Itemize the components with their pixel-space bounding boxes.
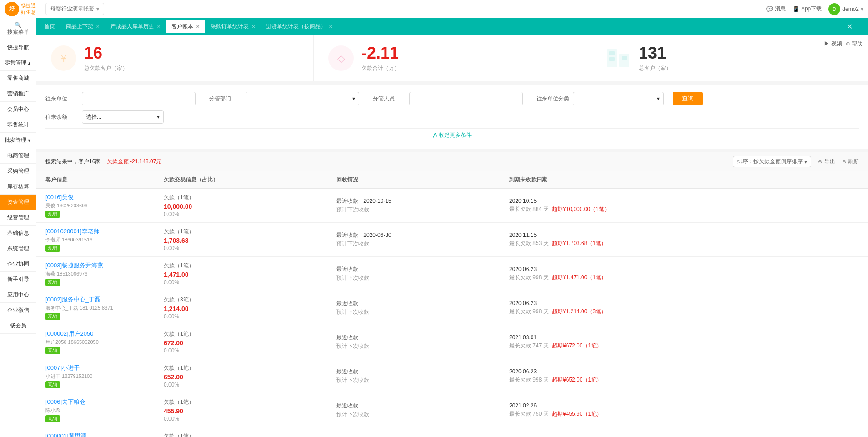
message-btn[interactable]: 💬 消息: [766, 5, 786, 13]
system-label: 系统管理: [7, 245, 29, 251]
col-header-debt: 欠款交易信息（占比）: [164, 176, 336, 184]
stat-card-debt-amount-content: -2.11 欠款合计（万）: [361, 44, 400, 72]
close-icon[interactable]: ✕: [96, 24, 100, 29]
query-button[interactable]: 查询: [673, 92, 703, 105]
customer-name-7[interactable]: [000001]黄思源: [45, 432, 164, 437]
customer-sub-6: 陈小希: [45, 407, 164, 414]
sidebar-item-retail-mall[interactable]: 零售商城: [0, 71, 36, 86]
customer-sub-1: 李老师 18600391516: [45, 236, 164, 243]
return-recent-5: 最近收款: [336, 368, 509, 376]
return-recent-1: 最近收款 2020-06-30: [336, 231, 509, 239]
sidebar-item-nav[interactable]: 快捷导航: [0, 40, 36, 55]
help-btn[interactable]: ⊙ 帮助: [846, 40, 863, 48]
app-download-btn[interactable]: 📱 App下载: [793, 5, 822, 13]
person-label: 分管人员: [373, 95, 405, 103]
overdue-link-1[interactable]: 超期¥1,703.68（1笔）: [552, 240, 607, 246]
stat-top-right: ▶ 视频 ⊙ 帮助: [824, 40, 863, 48]
customer-sub-3: 服务中心_丁磊 181 0125 8371: [45, 305, 164, 311]
tab-purchase-history[interactable]: 产成品入库单历史 ✕: [105, 20, 166, 33]
return-recent-2: 最近收款: [336, 266, 509, 273]
tab-purchase-order-stats[interactable]: 采购订单统计表 ✕: [205, 20, 261, 33]
overdue-days-4: 最长欠款 747 天: [509, 342, 549, 349]
overdue-link-5[interactable]: 超期¥652.00（1笔）: [552, 377, 602, 383]
overdue-link-2[interactable]: 超期¥1,471.00（1笔）: [552, 274, 607, 281]
customer-name-3[interactable]: [0002]服务中心_丁磊: [45, 296, 164, 304]
close-icon[interactable]: ✕: [196, 24, 200, 29]
debt-label-5: 欠款（1笔）: [164, 364, 336, 372]
sidebar-item-basic-info[interactable]: 基础信息: [0, 226, 36, 241]
total-customers-icon: [605, 45, 632, 72]
customer-name-1[interactable]: [0001020001]李老师: [45, 227, 164, 236]
sidebar-item-finance[interactable]: 资金管理: [0, 195, 36, 210]
export-btn[interactable]: ⊙ 导出: [818, 158, 835, 166]
industry-selector[interactable]: 母婴行业演示账套 ▾: [45, 3, 104, 15]
overdue-link-3[interactable]: 超期¥1,214.00（3笔）: [552, 308, 607, 315]
overdue-detail-5: 最长欠款 998 天 超期¥652.00（1笔）: [509, 376, 859, 384]
sidebar-item-guide[interactable]: 新手引导: [0, 272, 36, 287]
logo-area: 好 畅捷通好生意: [5, 2, 41, 16]
refresh-btn[interactable]: ⊙ 刷新: [842, 158, 859, 166]
customer-name-0[interactable]: [0016]吴俊: [45, 193, 164, 201]
close-icon[interactable]: ✕: [251, 24, 255, 29]
balance-select[interactable]: 选择... ▾: [82, 110, 164, 124]
close-icon[interactable]: ✕: [157, 24, 161, 29]
overdue-info-1: 2020.11.15 最长欠款 853 天 超期¥1,703.68（1笔）: [509, 232, 859, 247]
tab-customer-account[interactable]: 客户账本 ✕: [166, 20, 205, 33]
sidebar-item-system[interactable]: 系统管理: [0, 241, 36, 256]
overdue-link-0[interactable]: 超期¥10,000.00（1笔）: [552, 206, 610, 212]
overdue-info-0: 2020.10.15 最长欠款 884 天 超期¥10,000.00（1笔）: [509, 198, 859, 213]
sidebar-item-wechat[interactable]: 企业微信: [0, 303, 36, 318]
help-icon: ⊙: [846, 40, 850, 47]
customer-name-4[interactable]: [000002]用户2050: [45, 330, 164, 338]
sidebar-item-retail-stats[interactable]: 零售统计: [0, 117, 36, 133]
logo-text: 畅捷通好生意: [21, 3, 36, 15]
close-all-btn[interactable]: ✕: [847, 22, 853, 31]
close-icon[interactable]: ✕: [329, 24, 332, 29]
dept-select[interactable]: ▾: [246, 92, 359, 105]
return-recent-label-6: 最近收款: [336, 402, 358, 409]
customer-name-2[interactable]: [0003]畅捷服务尹海燕: [45, 261, 164, 270]
user-menu[interactable]: D demo2 ▾: [828, 3, 863, 15]
tab-product-listing[interactable]: 商品上下架 ✕: [60, 20, 105, 33]
sidebar-item-retail-mgmt[interactable]: 零售管理 ▲: [0, 55, 36, 71]
overdue-date-5: 2020.06.23: [509, 368, 859, 375]
retail-mall-label: 零售商城: [7, 75, 29, 81]
debt-percent-5: 0.00%: [164, 382, 336, 388]
collapse-btn[interactable]: ⋀ 收起更多条件: [45, 128, 859, 142]
sidebar-item-enterprise[interactable]: 企业协同: [0, 256, 36, 272]
expand-btn[interactable]: ⛶: [856, 22, 863, 30]
search-menu-btn[interactable]: 🔍 搜索菜单: [0, 18, 36, 40]
collapse-arrow-icon: ⋀: [433, 132, 437, 138]
customer-tag-0: 现销: [45, 211, 60, 218]
person-input[interactable]: ...: [409, 92, 523, 105]
debt-percent-1: 0.00%: [164, 245, 336, 251]
sidebar-item-vip[interactable]: 畅会员: [0, 318, 36, 334]
stat-card-debt-amount: ◇ -2.11 欠款合计（万）: [314, 35, 591, 81]
unit-class-select[interactable]: ▾: [573, 92, 664, 105]
customer-info-3: [0002]服务中心_丁磊 服务中心_丁磊 181 0125 8371 现销: [45, 296, 164, 320]
sidebar-item-marketing[interactable]: 营销推广: [0, 86, 36, 102]
return-info-0: 最近收款 2020-10-15 预计下次收款: [336, 197, 509, 214]
overdue-days-3: 最长欠款 998 天: [509, 308, 549, 315]
video-btn[interactable]: ▶ 视频: [824, 40, 842, 48]
sidebar-item-ecommerce[interactable]: 电商管理: [0, 148, 36, 164]
dept-label: 分管部门: [209, 95, 241, 103]
industry-label: 母婴行业演示账套: [50, 5, 94, 13]
overdue-link-6[interactable]: 超期¥455.90（1笔）: [552, 411, 602, 417]
sort-selector[interactable]: 排序：按欠款金额倒序排序 ▾: [733, 156, 811, 167]
sidebar-item-purchase[interactable]: 采购管理: [0, 164, 36, 179]
overdue-date-1: 2020.11.15: [509, 232, 859, 238]
wechat-label: 企业微信: [7, 307, 29, 313]
return-info-6: 最近收款 预计下次收款: [336, 402, 509, 418]
sidebar-item-inventory[interactable]: 库存核算: [0, 179, 36, 195]
sidebar-item-operation[interactable]: 经营管理: [0, 210, 36, 226]
sidebar-item-appstore[interactable]: 应用中心: [0, 287, 36, 303]
customer-name-6[interactable]: [0006]去下粮仓: [45, 398, 164, 406]
overdue-link-4[interactable]: 超期¥672.00（1笔）: [552, 342, 602, 349]
customer-name-5[interactable]: [0007]小进干: [45, 364, 164, 372]
sidebar-item-members[interactable]: 会员中心: [0, 102, 36, 117]
sidebar-item-wholesale[interactable]: 批发管理 ▼: [0, 133, 36, 148]
source-unit-input[interactable]: ...: [82, 92, 196, 105]
tab-home[interactable]: 首页: [39, 20, 60, 33]
tab-purchase-stats[interactable]: 进货单统计表（按商品） ✕: [261, 20, 338, 33]
